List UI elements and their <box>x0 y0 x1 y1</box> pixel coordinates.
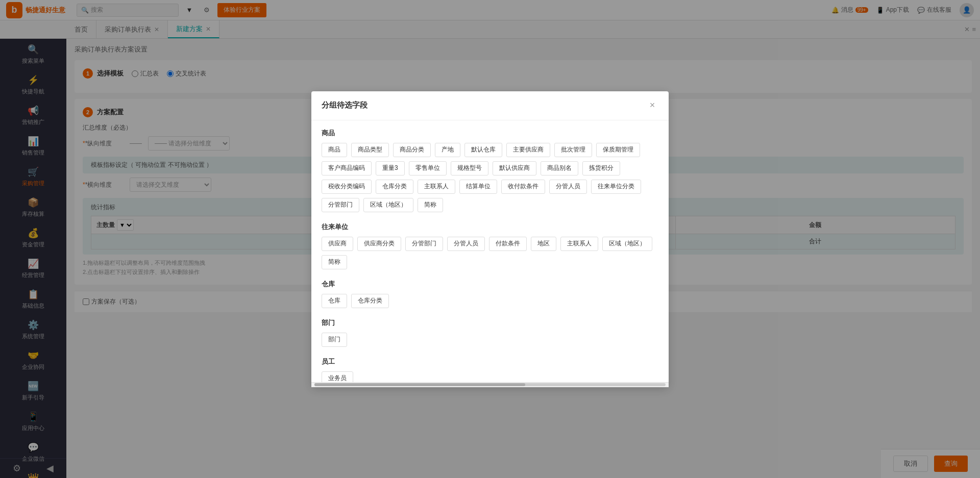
field-tag[interactable]: 批次管理 <box>554 143 592 157</box>
field-tag[interactable]: 仓库 <box>322 294 347 308</box>
field-tag[interactable]: 默认供应商 <box>493 161 536 175</box>
field-group-product-title: 商品 <box>322 129 658 138</box>
field-tag[interactable]: 商品分类 <box>393 143 431 157</box>
field-tag[interactable]: 产地 <box>435 143 460 157</box>
field-tag[interactable]: 付款条件 <box>489 237 527 251</box>
field-tag[interactable]: 简称 <box>322 255 347 269</box>
field-tag[interactable]: 主要供应商 <box>506 143 550 157</box>
field-tag[interactable]: 商品类型 <box>351 143 389 157</box>
field-select-modal: 分组待选字段 × 商品 商品 商品类型 商品分类 产地 默认仓库 主要供应商 批… <box>311 91 669 387</box>
product-fields: 商品 商品类型 商品分类 产地 默认仓库 主要供应商 批次管理 保质期管理 客户… <box>322 143 658 212</box>
field-tag[interactable]: 主联系人 <box>560 237 598 251</box>
field-tag[interactable]: 往来单位分类 <box>591 180 641 194</box>
field-group-employee: 员工 业务员 <box>322 357 658 383</box>
field-group-employee-title: 员工 <box>322 357 658 366</box>
field-tag[interactable]: 税收分类编码 <box>322 180 372 194</box>
modal-body: 商品 商品 商品类型 商品分类 产地 默认仓库 主要供应商 批次管理 保质期管理… <box>311 120 669 383</box>
field-group-dept-title: 部门 <box>322 318 658 328</box>
scrollbar-track <box>314 383 666 386</box>
modal-horizontal-scrollbar[interactable] <box>311 382 669 387</box>
field-group-product: 商品 商品 商品类型 商品分类 产地 默认仓库 主要供应商 批次管理 保质期管理… <box>322 129 658 212</box>
modal-overlay: 分组待选字段 × 商品 商品 商品类型 商品分类 产地 默认仓库 主要供应商 批… <box>0 0 980 478</box>
field-group-partner-title: 往来单位 <box>322 222 658 232</box>
modal-close-button[interactable]: × <box>646 99 658 112</box>
field-tag[interactable]: 分管部门 <box>322 198 359 212</box>
field-tag[interactable]: 默认仓库 <box>464 143 502 157</box>
field-tag[interactable]: 地区 <box>531 237 556 251</box>
field-tag[interactable]: 分管人员 <box>447 237 485 251</box>
field-tag[interactable]: 分管人员 <box>549 180 587 194</box>
field-group-warehouse: 仓库 仓库 仓库分类 <box>322 280 658 308</box>
field-tag[interactable]: 结算单位 <box>459 180 497 194</box>
field-tag[interactable]: 商品别名 <box>541 161 578 175</box>
field-group-partner: 往来单位 供应商 供应商分类 分管部门 分管人员 付款条件 地区 主联系人 区域… <box>322 222 658 269</box>
field-tag[interactable]: 仓库分类 <box>351 294 389 308</box>
field-tag[interactable]: 收付款条件 <box>501 180 545 194</box>
field-tag[interactable]: 分管部门 <box>405 237 443 251</box>
field-tag[interactable]: 供应商分类 <box>357 237 401 251</box>
field-tag[interactable]: 部门 <box>322 333 347 347</box>
field-tag[interactable]: 区域（地区） <box>363 198 413 212</box>
field-group-dept: 部门 部门 <box>322 318 658 347</box>
field-tag[interactable]: 供应商 <box>322 237 353 251</box>
field-tag[interactable]: 仓库分类 <box>376 180 413 194</box>
field-tag[interactable]: 区域（地区） <box>602 237 652 251</box>
modal-title: 分组待选字段 <box>322 100 368 110</box>
dept-fields: 部门 <box>322 333 658 347</box>
partner-fields: 供应商 供应商分类 分管部门 分管人员 付款条件 地区 主联系人 区域（地区） … <box>322 237 658 269</box>
field-group-warehouse-title: 仓库 <box>322 280 658 289</box>
warehouse-fields: 仓库 仓库分类 <box>322 294 658 308</box>
field-tag[interactable]: 主联系人 <box>418 180 455 194</box>
modal-header: 分组待选字段 × <box>311 91 669 120</box>
field-tag[interactable]: 零售单位 <box>409 161 447 175</box>
field-tag[interactable]: 客户商品编码 <box>322 161 372 175</box>
field-tag[interactable]: 规格型号 <box>451 161 488 175</box>
employee-fields: 业务员 <box>322 371 658 383</box>
field-tag[interactable]: 保质期管理 <box>596 143 640 157</box>
field-tag[interactable]: 业务员 <box>322 371 353 383</box>
field-tag[interactable]: 商品 <box>322 143 347 157</box>
field-tag[interactable]: 拣货积分 <box>582 161 620 175</box>
scrollbar-thumb <box>314 383 525 386</box>
field-tag[interactable]: 重量3 <box>376 161 405 175</box>
field-tag[interactable]: 简称 <box>418 198 443 212</box>
